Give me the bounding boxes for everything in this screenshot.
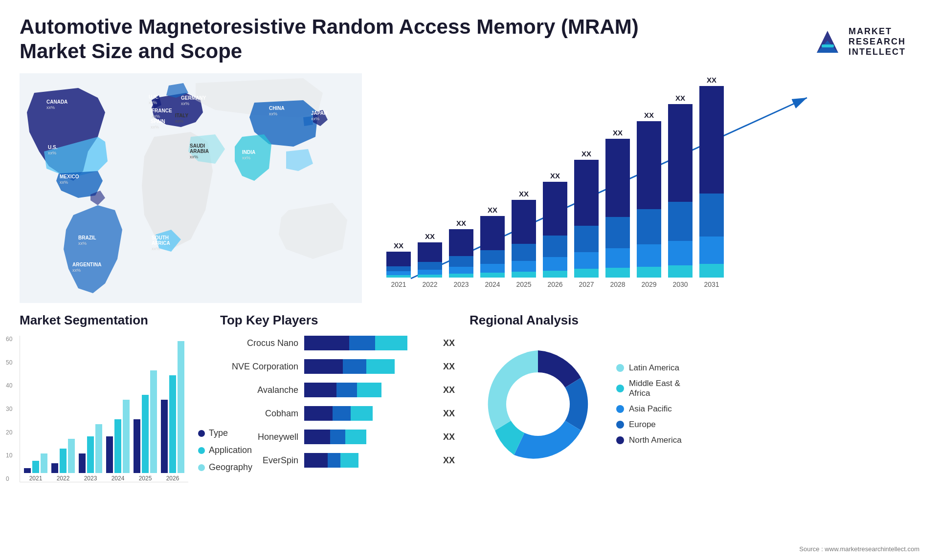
player-name-everspin: EverSpin xyxy=(220,455,298,466)
segmentation-section: Market Segmentation 0 10 20 30 40 50 60 xyxy=(20,313,205,542)
svg-text:U.K.: U.K. xyxy=(149,94,158,100)
bar-label-2024: XX xyxy=(488,206,497,214)
year-2027: 2027 xyxy=(579,280,594,288)
svg-text:xx%: xx% xyxy=(72,268,81,273)
bar-2029: XX 2029 xyxy=(637,111,661,288)
svg-text:xx%: xx% xyxy=(175,119,183,124)
svg-text:xx%: xx% xyxy=(152,246,160,251)
svg-text:xx%: xx% xyxy=(149,100,157,105)
svg-point-38 xyxy=(506,372,570,436)
player-bar-crocus xyxy=(304,336,433,350)
regional-legend: Latin America Middle East &Africa Asia P… xyxy=(616,363,682,445)
segmentation-chart: 0 10 20 30 40 50 60 xyxy=(20,336,188,482)
player-val-nve: XX xyxy=(443,362,455,372)
bar-2025: XX 2025 xyxy=(512,190,536,288)
bar-2031: XX 2031 xyxy=(699,76,724,288)
svg-text:ITALY: ITALY xyxy=(175,113,189,118)
year-2022: 2022 xyxy=(422,280,437,288)
bar-label-2025: XX xyxy=(519,190,529,198)
player-bars-list: Crocus Nano XX NVE Corporation XX xyxy=(220,336,455,468)
bar-2028: XX 2028 xyxy=(605,129,630,288)
players-section: Top Key Players Crocus Nano XX NVE Corpo… xyxy=(220,313,455,542)
world-map-section: CANADA xx% U.S. xx% MEXICO xx% BRAZIL xx… xyxy=(20,73,362,308)
regional-dot-northamerica xyxy=(616,436,624,444)
svg-text:ARGENTINA: ARGENTINA xyxy=(72,262,101,267)
player-name-cobham: Cobham xyxy=(220,409,298,419)
svg-rect-2 xyxy=(822,44,834,47)
seg-group-2022: 2022 xyxy=(51,439,75,482)
player-row-cobham: Cobham XX xyxy=(220,406,455,421)
seg-group-2023: 2023 xyxy=(79,424,102,482)
svg-text:SAUDI: SAUDI xyxy=(190,143,205,149)
player-bar-avalanche xyxy=(304,383,433,397)
regional-title: Regional Analysis xyxy=(470,313,919,328)
svg-text:SPAIN: SPAIN xyxy=(151,119,165,124)
player-val-cobham: XX xyxy=(443,409,455,419)
player-name-avalanche: Avalanche xyxy=(220,385,298,395)
title-line2: Market Size and Scope xyxy=(20,40,242,63)
regional-label-asia: Asia Pacific xyxy=(629,404,672,414)
svg-text:AFRICA: AFRICA xyxy=(152,240,170,246)
seg-group-2025: 2025 xyxy=(134,370,157,482)
source-text: Source : www.marketresearchintellect.com xyxy=(799,544,919,553)
year-2025: 2025 xyxy=(516,280,531,288)
player-row-crocus: Crocus Nano XX xyxy=(220,336,455,350)
legend-europe: Europe xyxy=(616,420,682,430)
legend-latin: Latin America xyxy=(616,363,682,373)
seg-geo-2021 xyxy=(41,453,47,473)
bottom-sections: Market Segmentation 0 10 20 30 40 50 60 xyxy=(0,308,939,552)
player-name-nve: NVE Corporation xyxy=(220,362,298,372)
bar-label-2031: XX xyxy=(707,76,716,84)
regional-label-northamerica: North America xyxy=(629,435,682,445)
svg-text:MEXICO: MEXICO xyxy=(60,174,79,179)
regional-label-mea: Middle East &Africa xyxy=(629,379,680,398)
year-2024: 2024 xyxy=(485,280,500,288)
player-row-honeywell: Honeywell XX xyxy=(220,430,455,444)
legend-mea: Middle East &Africa xyxy=(616,379,682,398)
seg-group-2024: 2024 xyxy=(106,400,130,482)
player-row-avalanche: Avalanche XX xyxy=(220,383,455,397)
player-row-nve: NVE Corporation XX xyxy=(220,359,455,374)
legend-asia: Asia Pacific xyxy=(616,404,682,414)
donut-chart xyxy=(470,336,606,473)
player-bar-nve xyxy=(304,359,433,374)
legend-application-dot xyxy=(198,447,205,454)
bar-label-2026: XX xyxy=(550,172,560,180)
player-val-everspin: XX xyxy=(443,455,455,466)
bar-label-2029: XX xyxy=(644,111,654,119)
svg-text:xx%: xx% xyxy=(48,151,56,155)
svg-text:xx%: xx% xyxy=(78,241,87,246)
bar-2030: XX 2030 xyxy=(668,94,693,288)
player-row-everspin: EverSpin XX xyxy=(220,453,455,468)
year-2030: 2030 xyxy=(672,280,688,288)
svg-text:xx%: xx% xyxy=(151,125,159,129)
bar-2021: XX 2021 xyxy=(386,241,411,288)
map-svg: CANADA xx% U.S. xx% MEXICO xx% BRAZIL xx… xyxy=(20,73,362,303)
seg-app-2021 xyxy=(32,461,39,473)
bar-label-2030: XX xyxy=(675,94,685,102)
svg-text:xx%: xx% xyxy=(46,105,55,110)
segmentation-title: Market Segmentation xyxy=(20,313,205,328)
svg-text:xx%: xx% xyxy=(269,111,277,116)
year-2026: 2026 xyxy=(547,280,562,288)
logo-text-research: RESEARCH xyxy=(849,37,906,47)
player-val-honeywell: XX xyxy=(443,432,455,442)
svg-text:xx%: xx% xyxy=(311,116,319,121)
svg-text:xx%: xx% xyxy=(242,155,250,160)
year-2023: 2023 xyxy=(453,280,469,288)
logo-text-market: MARKET xyxy=(849,26,906,37)
year-2021: 2021 xyxy=(391,280,406,288)
svg-text:GERMANY: GERMANY xyxy=(181,95,206,101)
svg-text:BRAZIL: BRAZIL xyxy=(78,235,96,240)
donut-svg xyxy=(470,336,606,473)
svg-text:JAPAN: JAPAN xyxy=(311,110,327,116)
donut-area: Latin America Middle East &Africa Asia P… xyxy=(470,336,919,473)
regional-section: Regional Analysis xyxy=(470,313,919,542)
player-bar-everspin xyxy=(304,453,433,468)
bar-chart-section: XX 2021 XX xyxy=(372,73,919,308)
bar-label-2021: XX xyxy=(394,241,403,250)
regional-label-latin: Latin America xyxy=(629,363,679,373)
svg-text:INDIA: INDIA xyxy=(242,150,255,155)
seg-group-2026: 2026 xyxy=(161,341,184,482)
regional-dot-europe xyxy=(616,421,624,429)
